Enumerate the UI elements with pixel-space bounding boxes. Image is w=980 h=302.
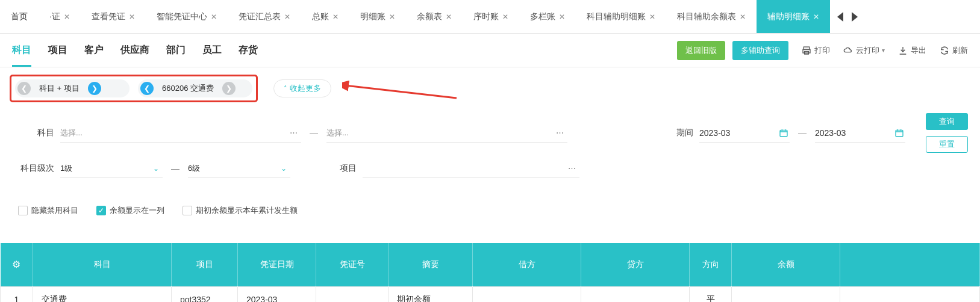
nav-tab-4[interactable]: 总账✕ bbox=[301, 0, 349, 33]
nav-tab-label: ·证 bbox=[49, 11, 60, 22]
nav-tab-active[interactable]: 辅助明细账✕ bbox=[757, 0, 830, 33]
period-to-input[interactable]: 2023-03 bbox=[815, 123, 905, 143]
calendar-icon[interactable] bbox=[779, 128, 788, 138]
select-value: 6级 bbox=[188, 163, 200, 174]
close-icon[interactable]: ✕ bbox=[211, 13, 217, 21]
col-voucher-no: 凭证号 bbox=[316, 243, 389, 286]
nav-tab-label: 科目辅助余额表 bbox=[677, 11, 736, 22]
nav-tab-0[interactable]: ·证✕ bbox=[39, 0, 81, 33]
refresh-label: 刷新 bbox=[952, 45, 968, 56]
checkbox-box: ✓ bbox=[96, 206, 106, 215]
next-icon[interactable]: ❯ bbox=[88, 82, 101, 95]
scroll-right-icon[interactable] bbox=[852, 12, 858, 22]
close-icon[interactable]: ✕ bbox=[129, 13, 135, 21]
gear-icon[interactable]: ⚙ bbox=[12, 259, 20, 270]
col-gear[interactable]: ⚙ bbox=[1, 243, 33, 286]
prev-icon[interactable]: ❮ bbox=[140, 82, 154, 95]
period-from-input[interactable]: 2023-03 bbox=[699, 123, 790, 143]
cell-voucher-no bbox=[316, 286, 389, 302]
next-icon[interactable]: ❯ bbox=[222, 82, 236, 95]
close-icon[interactable]: ✕ bbox=[559, 13, 565, 21]
cat-subject[interactable]: 科目 bbox=[12, 44, 31, 57]
close-icon[interactable]: ✕ bbox=[649, 13, 655, 21]
ellipsis-icon[interactable]: ⋯ bbox=[568, 164, 577, 173]
nav-tab-2[interactable]: 智能凭证中心✕ bbox=[146, 0, 228, 33]
calendar-icon[interactable] bbox=[894, 128, 904, 138]
close-icon[interactable]: ✕ bbox=[389, 13, 395, 21]
close-icon[interactable]: ✕ bbox=[64, 13, 70, 21]
cat-employee[interactable]: 员工 bbox=[202, 44, 222, 57]
hide-disabled-checkbox[interactable]: 隐藏禁用科目 bbox=[18, 205, 78, 216]
multi-query-button[interactable]: 多辅助查询 bbox=[732, 41, 788, 60]
close-icon[interactable]: ✕ bbox=[284, 13, 290, 21]
range-dash: — bbox=[310, 128, 318, 138]
nav-tabs: 首页 ·证✕ 查看凭证✕ 智能凭证中心✕ 凭证汇总表✕ 总账✕ 明细账✕ 余额表… bbox=[0, 0, 980, 34]
nav-tab-6[interactable]: 余额表✕ bbox=[406, 0, 463, 33]
nav-home[interactable]: 首页 bbox=[0, 0, 39, 33]
nav-tab-3[interactable]: 凭证汇总表✕ bbox=[228, 0, 301, 33]
chevron-down-icon: ▾ bbox=[882, 47, 885, 54]
pill-account[interactable]: ❮ 660206 交通费 ❯ bbox=[138, 79, 252, 97]
pill-subject-project[interactable]: ❮ 科目 + 项目 ❯ bbox=[15, 79, 130, 97]
date-value: 2023-03 bbox=[815, 128, 846, 138]
nav-tab-10[interactable]: 科目辅助余额表✕ bbox=[666, 0, 757, 33]
collapse-more-button[interactable]: ˄ 收起更多 bbox=[273, 79, 331, 97]
cat-department[interactable]: 部门 bbox=[166, 44, 186, 57]
printer-icon bbox=[802, 46, 811, 55]
cloud-print-button[interactable]: 云打印 ▾ bbox=[843, 41, 885, 60]
opening-balance-checkbox[interactable]: 期初余额显示本年累计发生额 bbox=[183, 205, 298, 216]
nav-tab-label: 序时账 bbox=[473, 11, 499, 22]
chevron-down-icon: ⌄ bbox=[153, 164, 159, 173]
table-row[interactable]: 1 交通费 pot3352 2023-03 期初余额 平 bbox=[1, 286, 980, 302]
cloud-print-icon bbox=[843, 46, 853, 55]
balance-one-col-checkbox[interactable]: ✓ 余额显示在一列 bbox=[96, 205, 164, 216]
nav-tab-7[interactable]: 序时账✕ bbox=[463, 0, 519, 33]
close-icon[interactable]: ✕ bbox=[332, 13, 339, 21]
print-button[interactable]: 打印 bbox=[802, 41, 830, 60]
cat-supplier[interactable]: 供应商 bbox=[120, 44, 149, 57]
export-icon bbox=[898, 46, 908, 55]
reset-button[interactable]: 重置 bbox=[926, 136, 968, 153]
cell-balance bbox=[732, 286, 840, 302]
close-icon[interactable]: ✕ bbox=[446, 13, 452, 21]
cell-subject: 交通费 bbox=[33, 286, 172, 302]
cell-extra bbox=[840, 286, 980, 302]
checkbox-label: 余额显示在一列 bbox=[110, 205, 164, 216]
cloud-print-label: 云打印 bbox=[856, 45, 879, 56]
nav-tab-1[interactable]: 查看凭证✕ bbox=[81, 0, 146, 33]
col-subject: 科目 bbox=[33, 243, 172, 286]
col-direction: 方向 bbox=[690, 243, 732, 286]
nav-tab-5[interactable]: 明细账✕ bbox=[349, 0, 406, 33]
ellipsis-icon[interactable]: ⋯ bbox=[556, 128, 565, 137]
cat-project[interactable]: 项目 bbox=[48, 44, 67, 57]
export-button[interactable]: 导出 bbox=[898, 41, 926, 60]
cell-summary: 期初余额 bbox=[389, 286, 473, 302]
close-icon[interactable]: ✕ bbox=[813, 13, 819, 21]
level-from-select[interactable]: 1级 ⌄ bbox=[60, 159, 163, 178]
print-label: 打印 bbox=[814, 45, 830, 56]
level-to-select[interactable]: 6级 ⌄ bbox=[188, 159, 290, 178]
prev-icon[interactable]: ❮ bbox=[17, 82, 31, 95]
project-input[interactable]: ⋯ bbox=[363, 159, 579, 178]
cell-debit bbox=[473, 286, 581, 302]
ellipsis-icon[interactable]: ⋯ bbox=[290, 128, 299, 137]
select-value: 1级 bbox=[60, 163, 72, 174]
back-old-button[interactable]: 返回旧版 bbox=[677, 41, 725, 60]
subject-from-input[interactable]: 选择... ⋯ bbox=[60, 123, 301, 143]
cell-project: pot3352 bbox=[172, 286, 238, 302]
svg-line-3 bbox=[345, 85, 457, 98]
col-project: 项目 bbox=[172, 243, 238, 286]
subject-to-input[interactable]: 选择... ⋯ bbox=[326, 123, 567, 143]
nav-tab-label: 余额表 bbox=[417, 11, 442, 22]
cat-customer[interactable]: 客户 bbox=[84, 44, 104, 57]
scroll-left-icon[interactable] bbox=[837, 12, 843, 22]
close-icon[interactable]: ✕ bbox=[502, 13, 508, 21]
cat-inventory[interactable]: 存货 bbox=[239, 44, 258, 57]
cell-date: 2023-03 bbox=[238, 286, 316, 302]
refresh-button[interactable]: 刷新 bbox=[940, 41, 968, 60]
nav-tab-9[interactable]: 科目辅助明细账✕ bbox=[576, 0, 666, 33]
query-button[interactable]: 查询 bbox=[926, 113, 968, 130]
close-icon[interactable]: ✕ bbox=[740, 13, 746, 21]
pill-label: 科目 + 项目 bbox=[31, 83, 88, 94]
nav-tab-8[interactable]: 多栏账✕ bbox=[519, 0, 576, 33]
